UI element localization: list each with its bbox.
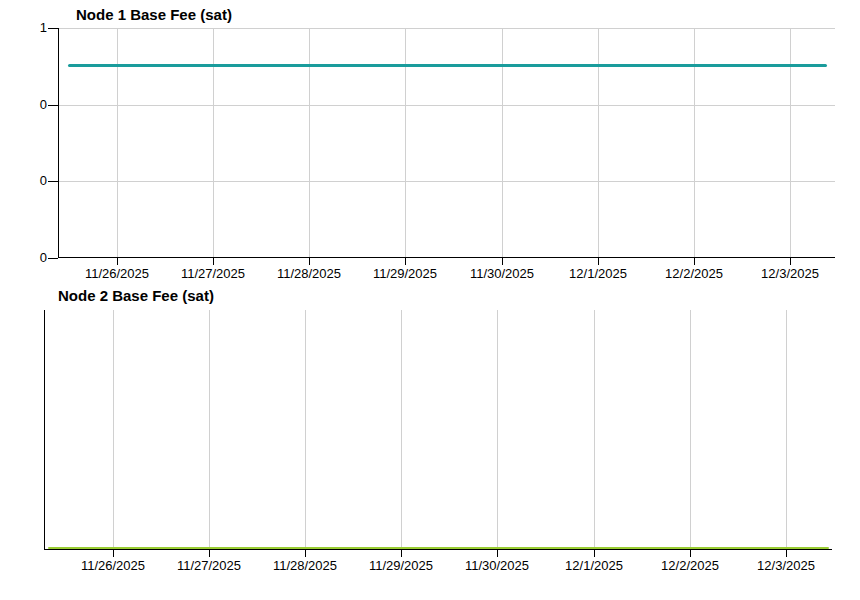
x-gridline [497, 310, 498, 550]
x-tick-label: 12/1/2025 [550, 266, 646, 281]
charts-canvas: Node 1 Base Fee (sat) 100011/26/202511/2… [0, 0, 860, 600]
x-tick-label: 12/1/2025 [546, 558, 642, 573]
x-axis-tick [598, 258, 599, 265]
x-tick-label: 12/2/2025 [642, 558, 738, 573]
x-axis-line [58, 257, 835, 258]
x-tick-label: 11/29/2025 [353, 558, 449, 573]
x-gridline [305, 310, 306, 550]
y-tick-label: 0 [5, 173, 47, 189]
x-gridline [598, 28, 599, 258]
y-axis-line [44, 310, 45, 550]
x-tick-label: 12/3/2025 [738, 558, 834, 573]
x-gridline [594, 310, 595, 550]
y-axis-tick [48, 105, 58, 106]
x-axis-tick [497, 550, 498, 557]
x-axis-tick [117, 258, 118, 265]
y-tick-label: 0 [5, 97, 47, 113]
series-line [48, 547, 829, 549]
x-gridline [213, 28, 214, 258]
x-tick-label: 12/2/2025 [646, 266, 742, 281]
y-gridline [58, 181, 835, 182]
x-axis-tick [305, 550, 306, 557]
y-tick-label: 0 [5, 250, 47, 266]
x-axis-tick [694, 258, 695, 265]
x-gridline [790, 28, 791, 258]
x-axis-tick [502, 258, 503, 265]
x-tick-label: 12/3/2025 [742, 266, 838, 281]
x-gridline [694, 28, 695, 258]
x-axis-tick [790, 258, 791, 265]
node2-chart-title: Node 2 Base Fee (sat) [58, 287, 214, 304]
y-gridline [58, 28, 835, 29]
node1-plot-area: 100011/26/202511/27/202511/28/202511/29/… [58, 28, 835, 258]
x-axis-tick [405, 258, 406, 265]
y-axis-tick [48, 28, 58, 29]
x-tick-label: 11/26/2025 [65, 558, 161, 573]
node2-plot-area: 11/26/202511/27/202511/28/202511/29/2025… [44, 310, 832, 550]
y-tick-label: 1 [5, 20, 47, 36]
x-gridline [690, 310, 691, 550]
x-tick-label: 11/27/2025 [165, 266, 261, 281]
y-axis-tick [48, 258, 58, 259]
y-gridline [58, 105, 835, 106]
x-gridline [502, 28, 503, 258]
y-axis-line [58, 28, 59, 258]
x-tick-label: 11/29/2025 [357, 266, 453, 281]
x-gridline [401, 310, 402, 550]
x-axis-tick [309, 258, 310, 265]
x-gridline [786, 310, 787, 550]
x-tick-label: 11/30/2025 [449, 558, 545, 573]
x-gridline [117, 28, 118, 258]
x-axis-tick [690, 550, 691, 557]
series-line [68, 64, 827, 67]
x-axis-tick [594, 550, 595, 557]
x-tick-label: 11/27/2025 [161, 558, 257, 573]
x-tick-label: 11/28/2025 [261, 266, 357, 281]
x-axis-tick [786, 550, 787, 557]
x-tick-label: 11/26/2025 [69, 266, 165, 281]
x-axis-tick [213, 258, 214, 265]
x-gridline [309, 28, 310, 258]
x-axis-tick [209, 550, 210, 557]
node1-chart-title: Node 1 Base Fee (sat) [76, 6, 232, 23]
x-axis-tick [113, 550, 114, 557]
x-axis-tick [401, 550, 402, 557]
y-axis-tick [48, 181, 58, 182]
x-axis-line [44, 549, 832, 550]
x-tick-label: 11/30/2025 [454, 266, 550, 281]
x-gridline [209, 310, 210, 550]
x-tick-label: 11/28/2025 [257, 558, 353, 573]
x-gridline [405, 28, 406, 258]
x-gridline [113, 310, 114, 550]
